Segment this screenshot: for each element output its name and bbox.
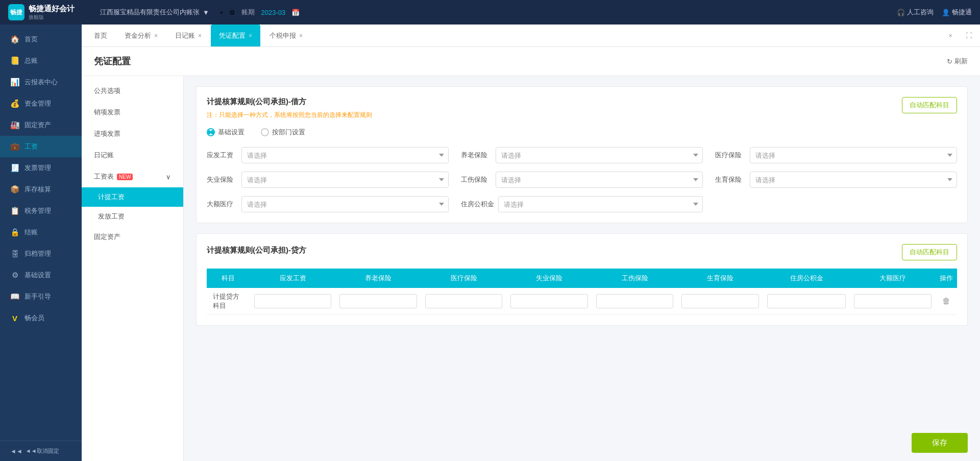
select-gjj[interactable]: 请选择 [498,196,703,212]
select-yanglao[interactable]: 请选择 [496,147,703,163]
left-menu-sales-invoice[interactable]: 销项发票 [82,102,183,123]
calendar-icon[interactable]: 📅 [291,9,300,16]
period-value[interactable]: 2023-03 [261,9,285,16]
sidebar-label-reports: 云报表中心 [24,78,58,87]
form-item-yanglao: 养老保险 请选择 [461,147,703,163]
sidebar-item-settings[interactable]: ⚙ 基础设置 [0,264,82,286]
col-dae: 大额医疗 [850,269,936,288]
select-yingfa[interactable]: 请选择 [241,147,449,163]
select-yiliao[interactable]: 请选择 [750,147,957,163]
cell-gongshang-input [592,288,678,315]
debit-form-grid: 应发工资 请选择 养老保险 请选择 [207,147,957,212]
radio-basic[interactable]: 基础设置 [207,128,244,137]
left-menu-journal[interactable]: 日记账 [82,144,183,166]
top-bar: 畅捷 畅捷通好会计 旗舰版 江西服宝精品有限责任公司内账张 ▼ + ⚙ 账期 2… [0,0,980,25]
ledger-icon: 📒 [10,56,19,65]
select-gongshang[interactable]: 请选择 [496,172,703,188]
headset-icon: 🎧 [897,9,905,16]
left-menu-fixed-assets[interactable]: 固定资产 [82,226,183,248]
refresh-button[interactable]: ↻ 刷新 [947,57,968,66]
page-content: 凭证配置 ↻ 刷新 公共选项 销项发票 进项发票 日记账 工资表 NEW [82,47,980,461]
table-row: 计提贷方科目 [207,288,957,315]
input-credit-shengyu[interactable] [681,294,759,308]
left-menu-calc-salary[interactable]: 计提工资 [82,187,183,207]
select-shengyu[interactable]: 请选择 [750,172,957,188]
sidebar-item-ledger[interactable]: 📒 总账 [0,50,82,71]
user-avatar[interactable]: 👤 畅捷通 [942,8,972,17]
col-shiye: 失业保险 [506,269,592,288]
sidebar-item-close[interactable]: 🔒 结账 [0,222,82,243]
reports-icon: 📊 [10,78,19,87]
tab-voucher-config[interactable]: 凭证配置 × [211,25,260,46]
sidebar-item-invoices[interactable]: 🧾 发票管理 [0,157,82,179]
tab-tax-close[interactable]: × [299,32,303,39]
home-icon: 🏠 [10,35,19,44]
label-gjj: 住房公积金 [461,200,494,209]
input-credit-yanglao[interactable] [339,294,417,308]
input-credit-yingfa[interactable] [254,294,332,308]
archive-icon: 🗄 [10,249,19,258]
tab-home[interactable]: 首页 [86,25,115,46]
input-credit-dae[interactable] [854,294,932,308]
label-yiliao: 医疗保险 [715,151,746,160]
cancel-fixed-button[interactable]: ◄◄ ◄◄取消固定 [0,441,82,461]
table-header-row: 科目 应发工资 养老保险 医疗保险 失业保险 工伤保险 生育保险 住房公积金 大 [207,269,957,288]
human-service-button[interactable]: 🎧 人工咨询 [897,8,934,17]
radio-dept-circle [261,128,269,136]
cell-action: 🗑 [936,288,957,315]
input-credit-shiye[interactable] [510,294,588,308]
left-menu-purchase-invoice[interactable]: 进项发票 [82,123,183,144]
sidebar-item-tax[interactable]: 📋 税务管理 [0,200,82,222]
sidebar-label-salary: 工资 [24,142,38,151]
select-dae[interactable]: 请选择 [241,196,449,212]
company-selector[interactable]: 江西服宝精品有限责任公司内账张 ▼ [96,6,213,19]
top-bar-actions: 🎧 人工咨询 👤 畅捷通 [897,8,972,17]
settings-icon: ⚙ [10,271,19,280]
input-credit-gongshang[interactable] [596,294,674,308]
sidebar-label-settings: 基础设置 [24,271,51,280]
company-name: 江西服宝精品有限责任公司内账张 [100,8,200,17]
sidebar-label-inventory: 库存核算 [24,185,51,194]
tab-journal-close[interactable]: × [198,32,202,39]
close-tab-button[interactable]: × [943,29,958,43]
delete-row-button[interactable]: 🗑 [942,297,950,305]
sidebar-item-guide[interactable]: 📖 新手引导 [0,286,82,307]
auto-match-credit-button[interactable]: 自动匹配科目 [902,244,957,260]
sidebar-item-vip[interactable]: V 畅会员 [0,307,82,329]
sidebar-item-salary[interactable]: 💼 工资 [0,136,82,157]
select-shiye[interactable]: 请选择 [241,172,449,188]
input-credit-gjj[interactable] [767,294,846,308]
sidebar-item-home[interactable]: 🏠 首页 [0,29,82,50]
col-gjj: 住房公积金 [763,269,850,288]
tab-funds-label: 资金分析 [125,31,151,40]
cell-yanglao-input [335,288,421,315]
sidebar-label-tax: 税务管理 [24,206,51,215]
tab-journal[interactable]: 日记账 × [167,25,210,46]
debit-section-note: 注：只能选择一种方式，系统将按照您当前的选择来配置规则 [207,111,372,119]
settings-gear-button[interactable]: ⚙ [229,9,235,16]
tab-tax-report[interactable]: 个税申报 × [261,25,311,46]
sidebar-item-funds[interactable]: 💰 资金管理 [0,93,82,114]
add-account-button[interactable]: + [219,9,224,16]
left-menu-payroll-table[interactable]: 工资表 NEW ∨ [82,166,183,187]
page-header: 凭证配置 ↻ 刷新 [82,47,980,76]
left-menu-pay-salary[interactable]: 发放工资 [82,207,183,226]
radio-by-dept[interactable]: 按部门设置 [261,128,305,137]
input-credit-yiliao[interactable] [425,294,503,308]
close-period-icon: 🔒 [10,228,19,237]
sidebar-item-archive[interactable]: 🗄 归档管理 [0,243,82,264]
radio-group: 基础设置 按部门设置 [207,128,957,137]
label-gongshang: 工伤保险 [461,175,492,184]
tab-funds-close[interactable]: × [154,32,158,39]
save-button[interactable]: 保存 [912,433,968,453]
left-menu-public[interactable]: 公共选项 [82,80,183,102]
label-dae: 大额医疗 [207,200,237,209]
auto-match-debit-button[interactable]: 自动匹配科目 [902,97,957,113]
sidebar-item-reports[interactable]: 📊 云报表中心 [0,71,82,93]
tab-voucher-close[interactable]: × [249,32,252,39]
tab-funds-analysis[interactable]: 资金分析 × [116,25,166,46]
maximize-button[interactable]: ⛶ [962,29,976,43]
sidebar-label-close: 结账 [24,228,38,237]
sidebar-item-inventory[interactable]: 📦 库存核算 [0,179,82,200]
sidebar-item-assets[interactable]: 🏭 固定资产 [0,114,82,136]
